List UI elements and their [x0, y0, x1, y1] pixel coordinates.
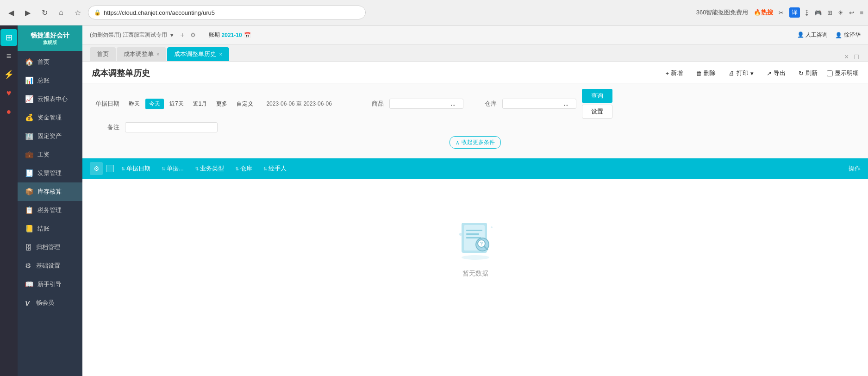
ssl-icon: 🔒: [94, 9, 101, 16]
sidebar-item-guide[interactable]: 📖 新手引导: [18, 275, 82, 294]
cut-tool[interactable]: ✂: [779, 9, 784, 16]
delete-btn[interactable]: 🗑 删除: [692, 67, 719, 79]
new-btn[interactable]: + 新增: [662, 67, 687, 79]
tab-cost-adjustment-history-close[interactable]: ×: [219, 51, 222, 57]
tab-home[interactable]: 首页: [90, 47, 116, 61]
col-header-warehouse[interactable]: ⇅ 仓库: [231, 164, 256, 173]
wallet-tool[interactable]: ₿: [806, 9, 809, 16]
sidebar-item-settings[interactable]: ⚙ 基础设置: [18, 257, 82, 275]
sidebar-item-inventory[interactable]: 📦 库存核算: [18, 182, 82, 201]
collapse-icon: ∧: [456, 139, 460, 146]
company-dropdown-icon: ▼: [169, 32, 175, 38]
funds-icon: 💰: [25, 113, 34, 122]
archive-icon: 🗄: [25, 244, 32, 251]
game-tool[interactable]: 🎮: [814, 9, 822, 16]
settings-filter-btn[interactable]: 设置: [582, 105, 612, 119]
close-window-btn[interactable]: ×: [841, 53, 852, 61]
col-header-date[interactable]: ⇅ 单据日期: [118, 164, 154, 173]
url-text: https://cloud.chanjet.com/accounting/uru…: [104, 9, 215, 16]
col-header-biztype[interactable]: ⇅ 业务类型: [191, 164, 228, 173]
sidebar-label-inventory: 库存核算: [37, 188, 62, 196]
date-btn-yesterday[interactable]: 昨天: [125, 99, 144, 109]
sidebar-item-tax[interactable]: 📋 税务管理: [18, 201, 82, 219]
sidebar-item-invoice[interactable]: 🧾 发票管理: [18, 164, 82, 182]
sidebar-item-home[interactable]: 🏠 首页: [18, 53, 82, 71]
user-avatar-icon: 👤: [835, 32, 842, 38]
table-settings-btn[interactable]: ⚙: [90, 162, 103, 175]
forward-button[interactable]: ▶: [21, 6, 34, 19]
vip-icon: V: [25, 299, 32, 307]
date-btn-custom[interactable]: 自定义: [233, 99, 257, 109]
filter-row-note: 备注: [92, 122, 859, 132]
sidebar-item-funds[interactable]: 💰 资金管理: [18, 108, 82, 127]
page-title: 成本调整单历史: [92, 68, 150, 79]
customer-service-btn[interactable]: 👤 人工咨询: [797, 31, 828, 39]
user-btn[interactable]: 👤 徐泽华: [835, 31, 861, 39]
company-selector[interactable]: (勿删勿禁用) 江西服宝测试专用 ▼: [90, 31, 175, 39]
export-label: 导出: [774, 69, 786, 77]
print-btn[interactable]: 🖨 打印 ▾: [725, 67, 757, 79]
tab-cost-adjustment-label: 成本调整单: [124, 50, 154, 58]
sidebar-item-payroll[interactable]: 💼 工资: [18, 145, 82, 164]
svg-rect-4: [466, 233, 479, 235]
svg-text:?: ?: [480, 241, 483, 246]
query-btn[interactable]: 查询: [582, 89, 612, 103]
star-button[interactable]: ☆: [71, 6, 84, 19]
sidebar-item-ledger[interactable]: 📊 总账: [18, 71, 82, 90]
show-columns-checkbox[interactable]: [827, 70, 833, 76]
iconbar-item-dot[interactable]: ●: [0, 103, 17, 120]
goods-filter-select[interactable]: ...: [389, 99, 463, 109]
select-all-checkbox[interactable]: [106, 165, 114, 172]
col-date-label: 单据日期: [126, 164, 150, 173]
closing-icon: 📒: [25, 225, 34, 233]
translate-tool[interactable]: 译: [789, 7, 800, 18]
collapse-label: 收起更多条件: [462, 138, 495, 146]
calendar-icon[interactable]: 📅: [244, 32, 251, 38]
note-filter-input[interactable]: [125, 122, 218, 132]
empty-text: 暂无数据: [462, 269, 488, 278]
date-btn-today[interactable]: 今天: [145, 99, 164, 109]
refresh-button[interactable]: ↻: [38, 6, 51, 19]
sidebar-item-vip[interactable]: V 畅会员: [18, 294, 82, 312]
svg-rect-5: [466, 237, 481, 238]
filter-area: 单据日期 昨天 今天 近7天 近1月 更多 自定义 2023-06-06 至 2…: [82, 83, 868, 158]
date-btn-7days[interactable]: 近7天: [166, 99, 187, 109]
sidebar-item-archive[interactable]: 🗄 归档管理: [18, 238, 82, 257]
sidebar-item-reports[interactable]: 📈 云报表中心: [18, 90, 82, 108]
export-btn[interactable]: ↗ 导出: [763, 67, 789, 79]
undo-tool[interactable]: ↩: [849, 9, 854, 16]
home-button[interactable]: ⌂: [55, 6, 68, 19]
iconbar-item-list[interactable]: ≡: [0, 48, 17, 64]
sun-tool[interactable]: ☀: [838, 9, 843, 16]
grid-tool[interactable]: ⊞: [827, 9, 832, 16]
add-tab-btn[interactable]: +: [180, 31, 184, 39]
goods-filter-label: 商品: [356, 100, 384, 108]
warehouse-filter-select[interactable]: ...: [502, 99, 576, 109]
tab-cost-adjustment-history[interactable]: 成本调整单历史 ×: [167, 47, 229, 61]
col-header-handler[interactable]: ⇅ 经手人: [260, 164, 290, 173]
collapse-btn[interactable]: ∧ 收起更多条件: [450, 136, 501, 149]
menu-tool[interactable]: ≡: [860, 9, 863, 16]
sidebar-nav: 🏠 首页 📊 总账 📈 云报表中心 💰 资金管理 🏢 固定资产 💼 工资: [18, 51, 82, 376]
tab-cost-adjustment-close[interactable]: ×: [156, 51, 159, 57]
show-columns-btn[interactable]: 显示明细: [827, 69, 859, 77]
col-header-doc[interactable]: ⇅ 单据...: [158, 164, 187, 173]
iconbar-item-home[interactable]: ⊞: [0, 29, 17, 46]
date-btn-1month[interactable]: 近1月: [189, 99, 211, 109]
url-bar[interactable]: 🔒 https://cloud.chanjet.com/accounting/u…: [88, 6, 366, 19]
minimize-btn[interactable]: □: [852, 53, 861, 61]
sidebar-item-assets[interactable]: 🏢 固定资产: [18, 127, 82, 145]
export-icon: ↗: [767, 70, 772, 77]
page-actions: + 新增 🗑 删除 🖨 打印 ▾ ↗ 导出: [662, 67, 859, 79]
topbar-settings-icon[interactable]: ⚙: [190, 31, 196, 38]
refresh-btn[interactable]: ↻ 刷新: [795, 67, 821, 79]
iconbar-item-heart[interactable]: ♥: [0, 85, 17, 101]
date-btn-more[interactable]: 更多: [212, 99, 231, 109]
sidebar-label-funds: 资金管理: [37, 113, 62, 122]
back-button[interactable]: ◀: [5, 6, 18, 19]
sidebar-item-closing[interactable]: 📒 结账: [18, 219, 82, 238]
icon-bar: ⊞ ≡ ⚡ ♥ ●: [0, 25, 18, 376]
iconbar-item-bolt[interactable]: ⚡: [0, 66, 17, 83]
page-area: 成本调整单历史 + 新增 🗑 删除 🖨 打印 ▾: [82, 62, 868, 376]
tab-cost-adjustment[interactable]: 成本调整单 ×: [117, 47, 166, 61]
